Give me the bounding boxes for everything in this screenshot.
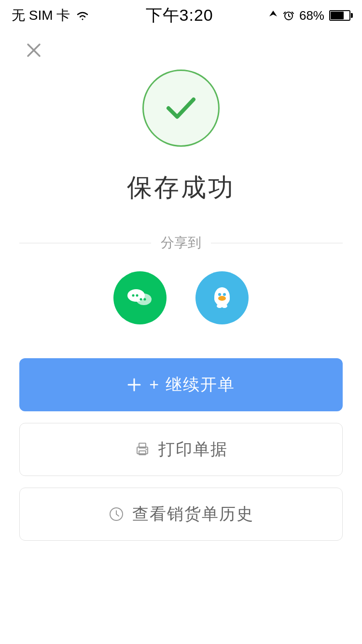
qq-share-button[interactable] [195, 271, 249, 324]
svg-point-10 [143, 298, 146, 300]
continue-button[interactable]: + 继续开单 [19, 358, 343, 411]
svg-point-9 [139, 298, 142, 300]
location-icon [268, 10, 278, 21]
wechat-share-button[interactable] [113, 271, 167, 324]
history-button[interactable]: 查看销货单历史 [19, 488, 343, 541]
svg-line-2 [289, 16, 290, 17]
qq-icon [207, 282, 238, 314]
status-left: 无 SIM 卡 [12, 6, 90, 25]
svg-point-15 [223, 293, 226, 296]
carrier-text: 无 SIM 卡 [12, 6, 70, 25]
svg-point-16 [218, 296, 226, 301]
battery-icon [329, 10, 350, 21]
alarm-icon [283, 10, 294, 21]
svg-point-7 [132, 294, 134, 296]
print-label: 打印单据 [158, 438, 228, 461]
main-content: 保存成功 分享到 [0, 31, 362, 541]
status-right: 68% [268, 8, 350, 23]
history-icon [108, 506, 125, 522]
share-divider: 分享到 [19, 234, 343, 252]
checkmark-icon [162, 89, 200, 127]
status-bar: 无 SIM 卡 下午3:20 68% [0, 0, 362, 31]
share-label: 分享到 [161, 234, 201, 252]
success-title: 保存成功 [127, 171, 235, 205]
svg-point-24 [146, 449, 147, 450]
wifi-icon [75, 10, 90, 21]
continue-label: + 继续开单 [149, 374, 235, 396]
share-section: 分享到 [0, 234, 362, 324]
svg-line-27 [116, 514, 119, 516]
print-button[interactable]: 打印单据 [19, 423, 343, 476]
status-time: 下午3:20 [146, 4, 213, 27]
svg-point-8 [136, 294, 138, 296]
plus-icon [127, 378, 141, 392]
history-label: 查看销货单历史 [132, 503, 254, 525]
share-icons [19, 271, 343, 324]
success-circle [142, 70, 220, 147]
print-icon [134, 441, 151, 458]
svg-point-18 [222, 304, 227, 308]
svg-point-14 [218, 293, 221, 296]
wechat-icon [125, 285, 156, 311]
action-buttons: + 继续开单 打印单据 查看销货单历史 [0, 358, 362, 541]
close-button[interactable] [19, 36, 48, 65]
battery-percent: 68% [299, 8, 324, 23]
